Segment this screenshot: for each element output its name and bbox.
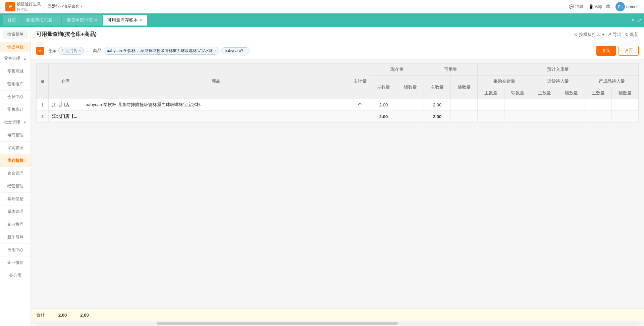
sidebar-item-retail-mgmt[interactable]: 零售管理 ▲ xyxy=(0,52,31,65)
th-incoming-aux: 辅数量 xyxy=(558,87,585,99)
warehouse-tag-close-icon[interactable]: × xyxy=(79,49,81,53)
summary-avail-main: 2.00 xyxy=(80,313,89,318)
sidebar-item-enterprise-collab[interactable]: 企业协同 xyxy=(0,218,31,231)
page-title: 可用量查询(按仓库+商品) xyxy=(36,31,97,38)
tab-home[interactable]: 首页 xyxy=(3,15,21,26)
page-actions: 🖨 按模板打印 ▾ ↗ 导出 ↻ 刷新 xyxy=(573,32,639,38)
sidebar: 搜索菜单 快捷导航 零售管理 ▲ 零售商城 营销推广 会员中心 零售统计 批发管… xyxy=(0,27,31,326)
tab-collect-pay[interactable]: 收发存汇总表 × xyxy=(21,15,61,26)
sidebar-item-marketing[interactable]: 营销推广 xyxy=(0,78,31,91)
app-download-action[interactable]: 📱 App下载 xyxy=(589,4,610,9)
sidebar-item-inventory-check-label: 库存核算 xyxy=(7,158,23,164)
refresh-button[interactable]: ↻ 刷新 xyxy=(625,32,639,38)
th-gear: ⚙ xyxy=(37,64,49,99)
sidebar-item-ecommerce-mgmt[interactable]: 电商管理 xyxy=(0,129,31,142)
sidebar-item-system-mgmt[interactable]: 系统管理 xyxy=(0,205,31,218)
search-menu-button[interactable]: 搜索菜单 xyxy=(3,30,28,39)
sidebar-item-purchase-mgmt[interactable]: 采购管理 xyxy=(0,142,31,154)
setting-button[interactable]: 设置 xyxy=(619,46,639,56)
row-1-pp-main xyxy=(585,99,612,111)
sidebar-item-retail-stats-label: 零售统计 xyxy=(7,107,23,112)
warehouse-tag-value: 江北门店 xyxy=(61,48,77,54)
row-2-pp-main xyxy=(585,111,612,123)
sidebar-item-finance-mgmt[interactable]: 资金管理 xyxy=(0,167,31,180)
row-1-stock-main: 2.00 xyxy=(370,99,397,111)
row-2-stock-main: 2.00 xyxy=(370,111,397,123)
tab-available-inventory[interactable]: 可用量库存账本 × xyxy=(103,15,147,26)
sidebar-item-retail-stats[interactable]: 零售统计 xyxy=(0,103,31,116)
th-avail-aux: 辅数量 xyxy=(451,76,478,99)
th-product-pending: 产成品待入量 xyxy=(585,76,639,87)
org-selector[interactable]: 母婴行业演示账套 ▾ xyxy=(44,2,97,11)
query-button[interactable]: 查询 xyxy=(596,46,616,56)
filter-actions: 查询 设置 xyxy=(596,46,639,56)
row-1-avail-main: 2.00 xyxy=(424,99,451,111)
row-1-unit: 个 xyxy=(350,99,370,111)
tab-order-stats-close[interactable]: × xyxy=(95,18,97,22)
th-planned-in: 预计入库量 xyxy=(478,64,639,76)
product-filter-tag-1: babycare学饮杯 儿童防摔防撞吸管杯重力球吸嘴杯宝宝水杯 × xyxy=(104,47,219,55)
filter-area: » 仓库 江北门店 × ··· 商品 babycare学饮杯 儿童防摔防撞吸管杯… xyxy=(31,42,644,59)
logo-icon: 好 xyxy=(5,2,15,11)
sidebar-item-ecommerce-mgmt-label: 电商管理 xyxy=(7,132,23,138)
sidebar-item-app-center[interactable]: 应用中心 xyxy=(0,244,31,257)
th-purchase-transit: 采购在途量 xyxy=(478,76,531,87)
tab-collect-pay-close[interactable]: × xyxy=(54,18,57,22)
table-footer: 合计 2.00 2.00 xyxy=(31,309,644,321)
tab-home-label: 首页 xyxy=(7,17,16,23)
sidebar-item-inventory-check[interactable]: 库存核算 xyxy=(0,154,31,167)
warehouse-more-icon[interactable]: ··· xyxy=(86,48,90,53)
tab-available-inventory-close[interactable]: × xyxy=(140,18,142,22)
tab-expand-icon[interactable]: ⤢ xyxy=(637,17,641,24)
sidebar-item-operations-mgmt-label: 经营管理 xyxy=(7,183,23,189)
expand-filter-button[interactable]: » xyxy=(36,47,44,55)
org-name: 母婴行业演示账套 xyxy=(47,4,79,9)
gear-icon[interactable]: ⚙ xyxy=(41,79,45,84)
row-1-product: babycare学饮杯 儿童防摔防撞吸管杯重力球吸嘴杯宝宝水杯 xyxy=(82,99,350,111)
th-warehouse: 仓库 xyxy=(49,64,82,99)
horizontal-scrollbar-thumb[interactable] xyxy=(157,322,397,325)
template-print-button[interactable]: 🖨 按模板打印 ▾ xyxy=(573,32,604,38)
sidebar-item-member-vip-label: 畅会员 xyxy=(9,273,21,278)
sidebar-item-enterprise-wechat-label: 企业微信 xyxy=(7,260,23,266)
sidebar-item-retail-mall[interactable]: 零售商城 xyxy=(0,65,31,78)
summary-label: 合计 xyxy=(36,312,45,318)
export-button[interactable]: ↗ 导出 xyxy=(608,32,622,38)
row-2-product xyxy=(82,111,350,123)
chevron-up-icon: ▲ xyxy=(23,57,26,60)
page-header: 可用量查询(按仓库+商品) 🖨 按模板打印 ▾ ↗ 导出 ↻ 刷新 xyxy=(31,27,644,42)
sidebar-item-operations-mgmt[interactable]: 经营管理 xyxy=(0,180,31,193)
sidebar-item-wholesale-mgmt[interactable]: 批发管理 ▼ xyxy=(0,116,31,129)
sidebar-item-system-mgmt-label: 系统管理 xyxy=(7,209,23,215)
row-2-warehouse: 江北门店【... xyxy=(49,111,82,123)
sidebar-item-wholesale-mgmt-label: 批发管理 xyxy=(4,120,20,125)
product-tag-1-close-icon[interactable]: × xyxy=(214,49,216,53)
table-container: ⚙ 仓库 商品 主计量 现存量 可用量 预计入库量 主数量 辅数量 主数量 辅数… xyxy=(31,59,644,309)
row-2-ip-aux xyxy=(558,111,585,123)
logo-area: 好 畅捷通好生意 标准版 xyxy=(5,1,41,12)
message-icon: 💬 xyxy=(569,4,574,9)
tab-order-stats[interactable]: 要货单统计表 × xyxy=(62,15,102,26)
th-product: 商品 xyxy=(82,64,350,99)
sidebar-item-enterprise-collab-label: 企业协同 xyxy=(7,222,23,227)
product-tag-1-value: babycare学饮杯 儿童防摔防撞吸管杯重力球吸嘴杯宝宝水杯 xyxy=(107,48,213,54)
top-bar: 好 畅捷通好生意 标准版 母婴行业演示账套 ▾ 💬 消息 📱 App下载 Ea … xyxy=(0,0,644,13)
tab-close-all-icon[interactable]: × xyxy=(631,17,634,24)
sidebar-item-enterprise-wechat[interactable]: 企业微信 xyxy=(0,257,31,269)
th-current-stock: 现存量 xyxy=(370,64,424,76)
row-2-stock-aux xyxy=(397,111,424,123)
user-area[interactable]: Ea demo2 xyxy=(615,2,639,11)
sidebar-item-basic-info[interactable]: 基础信息 xyxy=(0,193,31,205)
sidebar-item-member-vip[interactable]: 畅会员 xyxy=(0,269,31,282)
row-1-pp-aux xyxy=(612,99,639,111)
horizontal-scrollbar-track[interactable] xyxy=(36,322,639,325)
row-2-pt-aux xyxy=(504,111,531,123)
refresh-label: 刷新 xyxy=(630,32,639,38)
sidebar-item-member-center[interactable]: 会员中心 xyxy=(0,91,31,103)
top-bar-left: 好 畅捷通好生意 标准版 母婴行业演示账套 ▾ xyxy=(5,1,97,12)
warehouse-filter-label: 仓库 xyxy=(48,48,56,54)
message-action[interactable]: 💬 消息 xyxy=(569,4,583,9)
quick-nav-button[interactable]: 快捷导航 xyxy=(0,42,31,52)
th-product-aux: 辅数量 xyxy=(612,87,639,99)
sidebar-item-new-guide[interactable]: 新手引导 xyxy=(0,231,31,244)
